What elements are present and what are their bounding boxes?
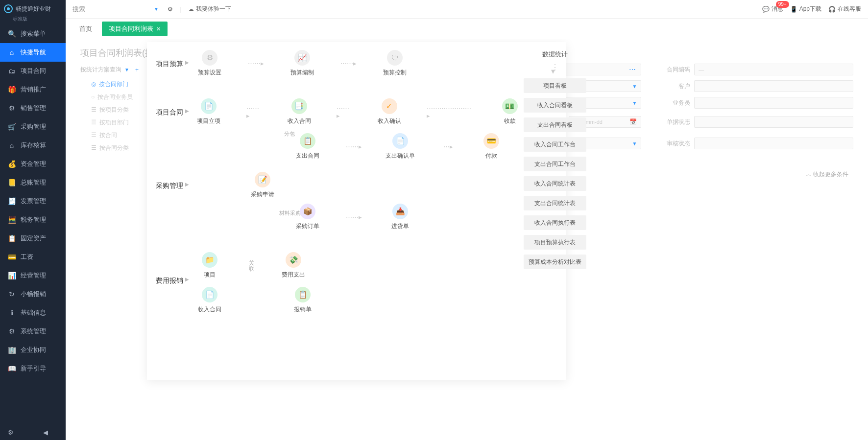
- node-payment[interactable]: 💳付款: [477, 133, 506, 160]
- cloud-icon: ☁: [188, 6, 194, 13]
- stats-income-workstation[interactable]: 收入合同工作台: [524, 137, 586, 152]
- nav-payroll[interactable]: 💳工资: [0, 248, 66, 266]
- field-label: 业务员: [656, 99, 690, 107]
- select-input[interactable]: [694, 116, 853, 128]
- nav-enterprise[interactable]: 🏢企业协同: [0, 341, 66, 359]
- nav-label: 新手引导: [21, 364, 46, 373]
- nav-label: 企业协同: [21, 346, 46, 354]
- node-expense-confirm[interactable]: 📄支出确认单: [386, 133, 415, 160]
- nav-purchase[interactable]: 🛒采购管理: [0, 117, 66, 136]
- node-income-contract[interactable]: 📑收入合同: [285, 98, 313, 125]
- nav-basic-info[interactable]: ℹ基础信息: [0, 303, 66, 322]
- tab-label: 首页: [79, 24, 92, 33]
- chevron-right-icon: ▶: [185, 182, 189, 187]
- field-label: 审核状态: [656, 139, 690, 148]
- stats-expense-workstation[interactable]: 支出合同工作台: [524, 157, 586, 171]
- nav-label: 基础信息: [21, 308, 46, 317]
- select-input[interactable]: [694, 138, 853, 149]
- section-title: 项目预算: [156, 60, 183, 69]
- nav-search-menu[interactable]: 🔍搜索菜单: [0, 24, 66, 43]
- node-project[interactable]: 📁项目: [195, 252, 224, 279]
- tab-profit-report[interactable]: 项目合同利润表✕: [102, 22, 168, 36]
- node-project-init[interactable]: 📄项目立项: [195, 98, 223, 125]
- node-purchase-request[interactable]: 📝采购申请: [248, 172, 277, 199]
- topbar: 搜索 ▼ ⚙ | ☁我要体验一下 💬消息 99+ 📱App下载 🎧在线客服: [66, 0, 868, 19]
- nav-ledger[interactable]: 📒总账管理: [0, 173, 66, 192]
- node-expense-contract[interactable]: 📋支出合同: [293, 133, 322, 160]
- calendar-icon: 📅: [629, 118, 637, 125]
- arrow-down-icon: ⋮▾: [551, 66, 559, 73]
- field-label: 合同编码: [656, 66, 690, 74]
- node-income-confirm[interactable]: ✓收入确认: [375, 98, 403, 125]
- node-budget-edit[interactable]: 📈预算编制: [288, 50, 317, 77]
- text-input[interactable]: [694, 80, 853, 92]
- content: 项目合同利润表(按合同部门) 按统计方案查询▼ + ◎按合同部门 ○按合同业务员…: [66, 39, 868, 440]
- headset-icon: 🎧: [828, 6, 836, 13]
- stats-expense-board[interactable]: 支出合同看板: [524, 117, 586, 132]
- close-icon[interactable]: ✕: [156, 26, 161, 32]
- nav-label: 快捷导航: [21, 48, 46, 57]
- node-collection[interactable]: 💵收款: [496, 98, 524, 125]
- text-input[interactable]: —: [694, 64, 853, 75]
- node-budget-control[interactable]: 🛡预算控制: [380, 50, 410, 77]
- plus-icon[interactable]: +: [135, 67, 139, 73]
- nav-project-contract[interactable]: 🗂项目合同: [0, 62, 66, 80]
- node-goods-receipt[interactable]: 📥进货单: [386, 204, 415, 231]
- house-icon: ⌂: [8, 141, 16, 149]
- text-input[interactable]: [694, 97, 853, 109]
- nav-sales[interactable]: ⚙销售管理: [0, 99, 66, 117]
- arrow-icon: ⋯▸: [443, 143, 453, 150]
- stats-project-board[interactable]: 项目看板: [524, 78, 586, 93]
- nav-label: 销售管理: [21, 104, 46, 113]
- nav-label: 系统管理: [21, 327, 46, 336]
- stats-budget-cost-compare[interactable]: 预算成本分析对比表: [524, 255, 586, 269]
- chart-icon: 📊: [8, 272, 16, 279]
- list-icon: ☰: [91, 103, 96, 116]
- node-expense-out[interactable]: 💸费用支出: [279, 252, 308, 279]
- gear-icon[interactable]: ⚙: [8, 429, 14, 436]
- stats-income-board[interactable]: 收入合同看板: [524, 98, 586, 113]
- collapse-icon[interactable]: ◀: [43, 429, 48, 436]
- nav-label: 资金管理: [21, 160, 46, 168]
- arrow-icon: ⋯⋯▸: [337, 105, 352, 119]
- top-settings[interactable]: ⚙: [168, 6, 173, 13]
- service-link[interactable]: 🎧在线客服: [828, 5, 861, 13]
- nav-label: 工资: [21, 253, 33, 261]
- collapse-more[interactable]: ︿ 收起更多条件: [806, 170, 848, 179]
- stats-income-exec[interactable]: 收入合同执行表: [524, 215, 586, 230]
- nav-inventory[interactable]: ⌂库存核算: [0, 136, 66, 155]
- nav-tax[interactable]: 🧮税务管理: [0, 210, 66, 229]
- nav-xiaochang[interactable]: ↻小畅报销: [0, 285, 66, 303]
- search-icon: 🔍: [8, 30, 16, 38]
- experience-link[interactable]: ☁我要体验一下: [188, 5, 231, 13]
- doc-icon: 📄: [392, 133, 408, 149]
- nav-business[interactable]: 📊经营管理: [0, 266, 66, 285]
- chevron-down-icon: ▼: [124, 67, 129, 72]
- stats-income-stat[interactable]: 收入合同统计表: [524, 176, 586, 191]
- section-contract: 项目合同▶ 📄项目立项 ⋯⋯▸ 📑收入合同 ⋯⋯▸ ✓收入确认 ⋯⋯⋯⋯⋯⋯⋯▸: [156, 98, 524, 168]
- nav-guide[interactable]: 📖新手引导: [0, 359, 66, 378]
- nav-fixed-assets[interactable]: 📋固定资产: [0, 229, 66, 248]
- node-income-contract-2[interactable]: 📄收入合同: [195, 287, 224, 314]
- nav-label: 营销推广: [21, 85, 46, 94]
- messages-link[interactable]: 💬消息 99+: [762, 5, 783, 13]
- node-purchase-order[interactable]: 📦采购订单: [293, 204, 322, 231]
- message-icon: 💬: [762, 6, 770, 13]
- section-purchase: 采购管理▶ 📝采购申请 材料采购 📦采购订单 ⋯⋯▸ 📥进货单: [156, 172, 524, 238]
- download-link[interactable]: 📱App下载: [790, 5, 821, 13]
- nav-invoice[interactable]: 🧾发票管理: [0, 192, 66, 210]
- node-budget-setting[interactable]: ⚙预算设置: [195, 50, 224, 77]
- doc-icon: 📝: [255, 172, 270, 187]
- nav-quick-nav[interactable]: ⌂快捷导航: [0, 43, 66, 62]
- tab-home[interactable]: 首页: [72, 22, 99, 36]
- nav-system[interactable]: ⚙系统管理: [0, 322, 66, 341]
- chevron-down-icon: ▼: [632, 84, 637, 89]
- quicknav-panel: 项目预算▶ ⚙预算设置 ⋯⋯▸ 📈预算编制 ⋯⋯▸ 🛡预算控制 项目合: [147, 42, 566, 380]
- node-reimburse[interactable]: 📋报销单: [288, 287, 317, 314]
- nav-funds[interactable]: 💰资金管理: [0, 155, 66, 173]
- nav-marketing[interactable]: 🎁营销推广: [0, 80, 66, 99]
- gear-icon: ⚙: [168, 6, 173, 13]
- stats-expense-stat[interactable]: 支出合同统计表: [524, 196, 586, 210]
- stats-budget-exec[interactable]: 项目预算执行表: [524, 235, 586, 250]
- top-search[interactable]: 搜索 ▼: [72, 5, 161, 14]
